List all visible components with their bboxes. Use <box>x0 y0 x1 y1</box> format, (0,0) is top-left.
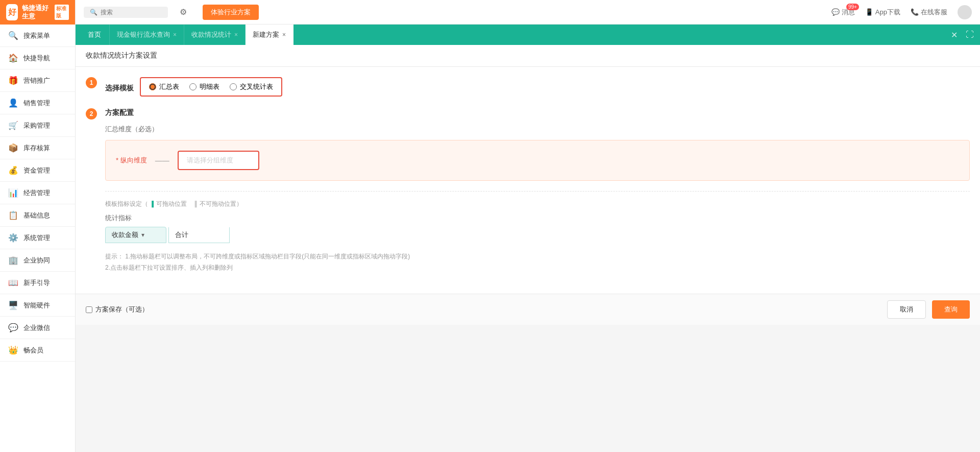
building-icon: 🏢 <box>8 255 18 265</box>
section2-num: 2 <box>86 108 97 120</box>
box-icon: 📦 <box>8 143 18 153</box>
download-button[interactable]: 📱 App下载 <box>865 8 900 17</box>
radio-summary[interactable]: 汇总表 <box>149 82 179 91</box>
metrics-section: 模板指标设定（ ▐ 可拖动位置 ▐ 不可拖动位置） 统计指标 收款金额 ▾ <box>105 191 970 243</box>
search-icon: 🔍 <box>90 9 97 16</box>
content-area: 收款情况统计方案设置 1 选择模板 汇总表 <box>76 45 980 452</box>
page-title: 收款情况统计方案设置 <box>86 51 157 59</box>
section2-block: 2 方案配置 汇总维度（必选） * 纵向维度 —— 请选择分组维度 <box>86 108 970 273</box>
arrow-icon: —— <box>155 156 169 164</box>
cancel-button[interactable]: 取消 <box>887 300 926 319</box>
sidebar-item-enterprise[interactable]: 🏢 企业协同 <box>0 249 75 272</box>
bottom-buttons: 取消 查询 <box>887 300 970 319</box>
dimension-area: * 纵向维度 —— 请选择分组维度 <box>105 140 970 181</box>
dimension-config: 汇总维度（必选） * 纵向维度 —— 请选择分组维度 <box>105 125 970 181</box>
tab-right-controls: ✕ ⛶ <box>949 28 976 42</box>
sidebar-item-guide[interactable]: 📖 新手引导 <box>0 272 75 294</box>
metrics-tag-area: 收款金额 ▾ 合计 <box>105 227 970 243</box>
tab-bar: 首页 现金银行流水查询 × 收款情况统计 × 新建方案 × ✕ ⛶ <box>76 25 980 45</box>
dimension-selector[interactable]: 请选择分组维度 <box>178 151 259 170</box>
app-logo: 好 畅捷通好生意 标准版 <box>0 0 75 25</box>
notifications-button[interactable]: 💬 消息 99+ <box>831 8 855 17</box>
user-avatar[interactable] <box>958 5 972 19</box>
tab-home[interactable]: 首页 <box>80 25 110 45</box>
vertical-dimension-row: * 纵向维度 —— 请选择分组维度 <box>116 151 959 170</box>
sidebar-item-basic-info[interactable]: 📋 基础信息 <box>0 204 75 227</box>
gear-icon: ⚙️ <box>8 233 18 243</box>
tab-maximize-icon[interactable]: ⛶ <box>964 28 976 41</box>
metrics-chevron-icon[interactable]: ▾ <box>141 231 144 239</box>
service-button[interactable]: 📞 在线客服 <box>911 8 947 17</box>
sidebar: 好 畅捷通好生意 标准版 🔍 搜索菜单 🏠 快捷导航 🎁 营销推广 👤 销售管理… <box>0 0 76 452</box>
top-header: 🔍 ⚙ 体验行业方案 💬 消息 99+ 📱 App下载 📞 在线客服 <box>76 0 980 25</box>
logo-icon: 好 <box>6 4 18 20</box>
query-button[interactable]: 查询 <box>932 300 970 319</box>
radio-cross[interactable]: 交叉统计表 <box>230 82 273 91</box>
logo-text: 畅捷通好生意 <box>22 4 51 20</box>
search-input[interactable] <box>101 9 162 16</box>
money-icon: 💰 <box>8 165 18 175</box>
section1-content: 选择模板 汇总表 明细表 <box>105 77 282 98</box>
chat-icon: 💬 <box>8 323 18 332</box>
page-header: 收款情况统计方案设置 <box>76 45 980 67</box>
metrics-sub-total: 合计 <box>168 227 230 243</box>
section2-content: 方案配置 汇总维度（必选） * 纵向维度 —— 请选择分组维度 <box>105 108 970 273</box>
tab-close-cash-bank[interactable]: × <box>173 31 177 38</box>
tab-new-plan[interactable]: 新建方案 × <box>246 25 293 45</box>
section1-block: 1 选择模板 汇总表 明细表 <box>86 77 970 98</box>
metrics-header-label: 统计指标 <box>105 213 970 223</box>
metrics-settings-info: 模板指标设定（ ▐ 可拖动位置 ▐ 不可拖动位置） <box>105 200 970 208</box>
radio-detail[interactable]: 明细表 <box>189 82 219 91</box>
section1-num: 1 <box>86 77 97 88</box>
sidebar-item-hardware[interactable]: 🖥️ 智能硬件 <box>0 294 75 317</box>
notification-icon: 💬 <box>831 8 840 16</box>
section2-title: 方案配置 <box>105 108 970 117</box>
template-radio-group: 汇总表 明细表 交叉统计表 <box>149 82 273 91</box>
tab-collection-stats[interactable]: 收款情况统计 × <box>184 25 246 45</box>
bottom-bar: 方案保存（可选） 取消 查询 <box>76 294 980 325</box>
notification-badge: 99+ <box>846 4 859 10</box>
crown-icon: 👑 <box>8 345 18 355</box>
tips-area: 提示： 1.拖动标题栏可以调整布局，不可跨维度或指标区域拖动栏目字段(只能在同一… <box>105 251 970 273</box>
tab-minimize-icon[interactable]: ✕ <box>949 28 960 42</box>
sidebar-item-member[interactable]: 👑 畅会员 <box>0 339 75 362</box>
download-icon: 📱 <box>865 8 873 16</box>
metrics-tag-collection[interactable]: 收款金额 ▾ <box>105 227 166 243</box>
metrics-tag-label: 收款金额 <box>112 230 138 240</box>
tip-2: 2.点击标题栏下拉可设置排序、插入列和删除列 <box>105 263 970 274</box>
tab-close-collection-stats[interactable]: × <box>234 31 238 38</box>
sidebar-item-sales[interactable]: 👤 销售管理 <box>0 92 75 114</box>
sidebar-item-operation[interactable]: 📊 经营管理 <box>0 182 75 204</box>
save-checkbox[interactable] <box>86 306 92 313</box>
home-icon: 🏠 <box>8 53 18 63</box>
main-area: 🔍 ⚙ 体验行业方案 💬 消息 99+ 📱 App下载 📞 在线客服 首页 <box>76 0 980 452</box>
vertical-label: * 纵向维度 <box>116 156 147 165</box>
form-area: 1 选择模板 汇总表 明细表 <box>76 67 980 294</box>
chart-icon: 📊 <box>8 188 18 198</box>
tab-close-new-plan[interactable]: × <box>282 31 286 38</box>
gift-icon: 🎁 <box>8 76 18 85</box>
tab-cash-bank[interactable]: 现金银行流水查询 × <box>110 25 184 45</box>
draggable-indicator: ▐ <box>150 201 154 207</box>
sidebar-item-search-menu[interactable]: 🔍 搜索菜单 <box>0 25 75 47</box>
settings-icon[interactable]: ⚙ <box>176 5 190 19</box>
sidebar-item-weixin[interactable]: 💬 企业微信 <box>0 317 75 339</box>
monitor-icon: 🖥️ <box>8 300 18 310</box>
sidebar-item-quick-nav[interactable]: 🏠 快捷导航 <box>0 47 75 69</box>
app-badge: 标准版 <box>55 5 69 20</box>
header-right-area: 💬 消息 99+ 📱 App下载 📞 在线客服 <box>831 5 972 19</box>
header-search-box[interactable]: 🔍 <box>84 7 168 18</box>
save-checkbox-label[interactable]: 方案保存（可选） <box>86 305 149 314</box>
sidebar-item-inventory[interactable]: 📦 库存核算 <box>0 137 75 159</box>
non-draggable-indicator: ▐ <box>193 201 197 207</box>
cart-icon: 🛒 <box>8 121 18 130</box>
service-icon: 📞 <box>911 8 919 16</box>
trial-button[interactable]: 体验行业方案 <box>203 5 259 20</box>
user-icon: 👤 <box>8 98 18 108</box>
sidebar-item-purchase[interactable]: 🛒 采购管理 <box>0 114 75 137</box>
sidebar-item-finance[interactable]: 💰 资金管理 <box>0 159 75 182</box>
section1-title: 选择模板 <box>105 84 134 93</box>
sidebar-item-system[interactable]: ⚙️ 系统管理 <box>0 227 75 249</box>
sidebar-item-marketing[interactable]: 🎁 营销推广 <box>0 69 75 92</box>
search-icon: 🔍 <box>8 31 18 40</box>
